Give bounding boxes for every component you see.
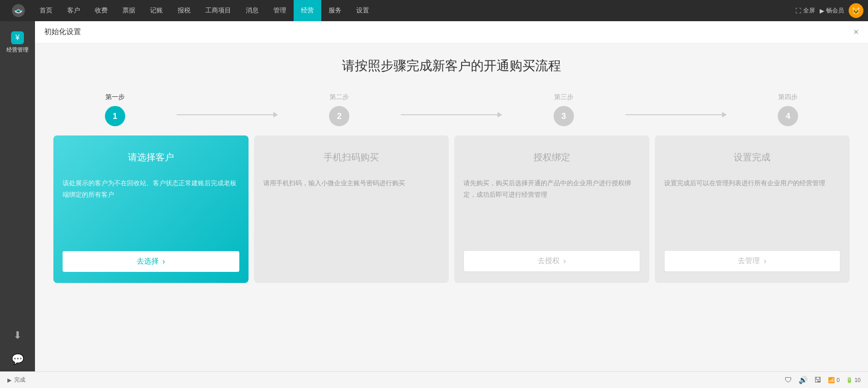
top-nav: 首页 客户 收费 票据 记账 报税 工商项目 消息 管理 经营 服务 设置 ⛶ … [0, 0, 868, 21]
sidebar: ¥ 经营管理 ⬇ 💬 [0, 21, 35, 371]
step1-number: 1 [113, 112, 117, 121]
sidebar-item-operation[interactable]: ¥ 经营管理 [0, 26, 35, 59]
status-label: 完成 [14, 376, 25, 384]
step3-circle: 3 [554, 106, 574, 126]
connector-arrow-3 [722, 112, 727, 118]
step-card-3: 授权绑定 请先购买，购买后选择开通的产品中的企业用户进行授权绑定，成功后即可进行… [454, 135, 649, 283]
vip-icon: ▶ [820, 7, 824, 14]
step4-label: 第四步 [778, 93, 798, 101]
card3-title: 授权绑定 [463, 147, 640, 168]
fullscreen-label: 全屏 [803, 6, 815, 15]
main-content: 请按照步骤完成新客户的开通购买流程 第一步 1 第二步 [35, 43, 868, 371]
card3-desc: 请先购买，购买后选择开通的产品中的企业用户进行授权绑定，成功后即可进行经营管理 [463, 177, 640, 236]
card2-title: 手机扫码购买 [263, 147, 440, 168]
page-title: 初始化设置 [44, 27, 81, 37]
vip-button[interactable]: ▶ 畅会员 [820, 6, 844, 15]
nav-menu: 首页 客户 收费 票据 记账 报税 工商项目 消息 管理 经营 服务 设置 [32, 0, 795, 21]
step4-circle: 4 [778, 106, 798, 126]
connector-line-2 [401, 114, 498, 115]
step4-btn-label: 去管理 [738, 256, 760, 266]
card2-desc: 请用手机扫码，输入小微企业主账号密码进行购买 [263, 177, 440, 272]
nav-account[interactable]: 记账 [143, 0, 170, 21]
sidebar-item-download[interactable]: ⬇ [0, 323, 35, 347]
connector-3 [625, 112, 727, 118]
fullscreen-icon: ⛶ [795, 7, 801, 14]
connector-arrow-1 [273, 112, 278, 118]
fullscreen-button[interactable]: ⛶ 全屏 [795, 6, 815, 15]
play-icon[interactable]: ▶ [7, 377, 12, 383]
nav-service[interactable]: 服务 [321, 0, 349, 21]
bottom-bar: ▶ 完成 🛡 🔊 🖫 📶 0 🔋 10 [0, 371, 868, 388]
nav-settings[interactable]: 设置 [349, 0, 376, 21]
step3-action-button[interactable]: 去授权 › [463, 250, 640, 272]
nav-operation[interactable]: 经营 [294, 0, 321, 21]
nav-home[interactable]: 首页 [32, 0, 60, 21]
step3-btn-arrow: › [563, 256, 566, 266]
steps-indicator: 第一步 1 第二步 2 [53, 93, 850, 126]
step2-label: 第二步 [330, 93, 349, 101]
save-icon[interactable]: 🖫 [814, 376, 822, 384]
step1-btn-label: 去选择 [137, 257, 159, 266]
card1-title: 请选择客户 [63, 147, 239, 168]
avatar[interactable]: 🐱 [849, 3, 863, 18]
nav-customer[interactable]: 客户 [60, 0, 87, 21]
shield-icon[interactable]: 🛡 [785, 376, 792, 384]
nav-manage[interactable]: 管理 [266, 0, 294, 21]
step-indicator-2: 第二步 2 [278, 93, 401, 126]
cards-row: 请选择客户 该处展示的客户为不在回收站、客户状态正常建账后完成老板端绑定的所有客… [53, 135, 850, 283]
nav-message[interactable]: 消息 [238, 0, 266, 21]
connector-line-1 [177, 114, 273, 115]
network-status: 📶 0 [828, 377, 839, 383]
battery-status: 🔋 10 [846, 377, 861, 383]
nav-right: ⛶ 全屏 ▶ 畅会员 🐱 [795, 3, 863, 18]
status-area: ▶ 完成 [7, 376, 25, 384]
page-header: 初始化设置 × [35, 21, 868, 43]
close-button[interactable]: × [853, 27, 859, 37]
operation-icon: ¥ [11, 31, 24, 44]
card1-desc: 该处展示的客户为不在回收站、客户状态正常建账后完成老板端绑定的所有客户 [63, 177, 239, 237]
vip-label: 畅会员 [826, 6, 844, 15]
step3-number: 3 [561, 112, 566, 121]
step-card-4: 设置完成 设置完成后可以在管理列表进行所有企业用户的经营管理 去管理 › [655, 135, 850, 283]
step2-circle: 2 [329, 106, 349, 126]
step1-label: 第一步 [105, 93, 125, 101]
nav-fee[interactable]: 收费 [87, 0, 115, 21]
step-card-1: 请选择客户 该处展示的客户为不在回收站、客户状态正常建账后完成老板端绑定的所有客… [53, 135, 249, 283]
nav-bill[interactable]: 票据 [115, 0, 143, 21]
main-layout: ¥ 经营管理 ⬇ 💬 初始化设置 × 请按照步骤完成新客户的开通购买流程 第一步 [0, 21, 868, 371]
step1-action-button[interactable]: 去选择 › [63, 251, 239, 272]
step2-number: 2 [337, 112, 341, 121]
connector-arrow-2 [498, 112, 502, 118]
step-card-2: 手机扫码购买 请用手机扫码，输入小微企业主账号密码进行购买 [254, 135, 449, 283]
step3-label: 第三步 [554, 93, 573, 101]
step-indicator-4: 第四步 4 [727, 93, 850, 126]
step-indicator-3: 第三步 3 [502, 93, 625, 126]
sidebar-item-support[interactable]: 💬 [0, 347, 35, 371]
connector-line-3 [625, 114, 722, 115]
card4-desc: 设置完成后可以在管理列表进行所有企业用户的经营管理 [664, 177, 841, 236]
nav-tax[interactable]: 报税 [170, 0, 198, 21]
connector-2 [401, 112, 502, 118]
content-area: 初始化设置 × 请按照步骤完成新客户的开通购买流程 第一步 1 [35, 21, 868, 371]
svg-point-0 [12, 4, 25, 17]
volume-icon[interactable]: 🔊 [799, 376, 808, 384]
card4-title: 设置完成 [664, 147, 841, 168]
step3-btn-label: 去授权 [538, 256, 560, 266]
step1-btn-arrow: › [162, 257, 165, 266]
step-indicator-1: 第一步 1 [53, 93, 177, 126]
step1-circle: 1 [105, 106, 125, 126]
step4-btn-arrow: › [764, 256, 766, 266]
flow-title: 请按照步骤完成新客户的开通购买流程 [53, 57, 850, 75]
step4-action-button[interactable]: 去管理 › [664, 250, 841, 272]
sidebar-item-label: 经营管理 [6, 46, 29, 54]
bottom-right: 🛡 🔊 🖫 📶 0 🔋 10 [785, 376, 861, 384]
support-icon: 💬 [11, 353, 24, 366]
download-icon: ⬇ [11, 329, 24, 342]
logo[interactable] [5, 3, 32, 18]
step4-number: 4 [786, 112, 790, 121]
nav-business[interactable]: 工商项目 [198, 0, 238, 21]
connector-1 [177, 112, 278, 118]
